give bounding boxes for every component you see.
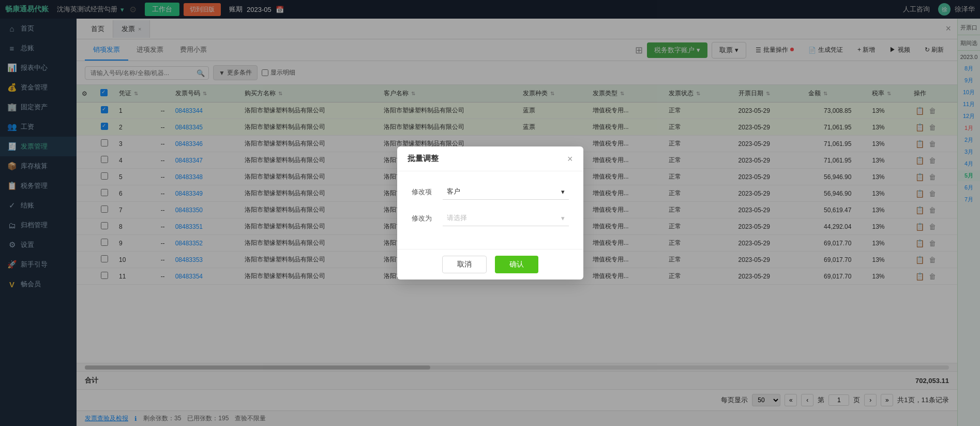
field-row: 修改项 客户 ▾ <box>412 184 569 200</box>
modify-selector[interactable]: 请选择 ▾ <box>443 210 569 226</box>
modal-header: 批量调整 × <box>397 146 583 171</box>
modify-dropdown-icon: ▾ <box>561 214 565 222</box>
field-selector[interactable]: 客户 ▾ <box>443 184 569 200</box>
field-value: 客户 <box>447 187 460 196</box>
modal-cancel-btn[interactable]: 取消 <box>442 256 487 273</box>
field-label: 修改项 <box>412 187 443 197</box>
modify-placeholder: 请选择 <box>447 213 467 223</box>
modal-footer: 取消 确认 <box>397 249 583 280</box>
modal-close-btn[interactable]: × <box>567 154 573 164</box>
field-dropdown-icon: ▾ <box>561 188 565 196</box>
modify-label: 修改为 <box>412 214 443 223</box>
modal-title: 批量调整 <box>408 154 439 164</box>
modify-row: 修改为 请选择 ▾ <box>412 210 569 226</box>
modal-confirm-btn[interactable]: 确认 <box>495 256 538 273</box>
batch-adjust-modal: 批量调整 × 修改项 客户 ▾ 修改为 请选择 ▾ 取消 确认 <box>397 146 583 280</box>
modal-body: 修改项 客户 ▾ 修改为 请选择 ▾ <box>397 171 583 249</box>
modal-overlay: 批量调整 × 修改项 客户 ▾ 修改为 请选择 ▾ 取消 确认 <box>0 0 980 426</box>
